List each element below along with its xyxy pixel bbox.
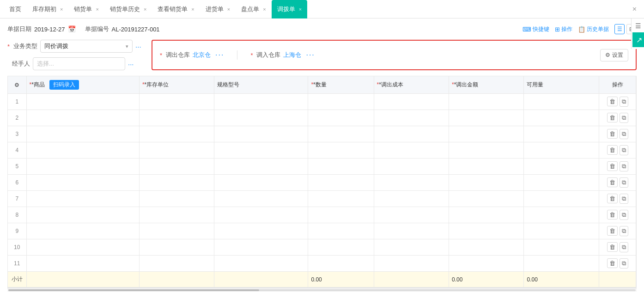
tab-sales[interactable]: 销货单 × (68, 0, 104, 18)
copy-btn[interactable]: ⧉ (620, 226, 628, 236)
in-warehouse-field: * 调入仓库 上海仓 ··· (250, 51, 315, 59)
biz-type-label: 业务类型 (13, 42, 37, 50)
copy-btn[interactable]: ⧉ (620, 210, 628, 220)
scan-btn[interactable]: 扫码录入 (49, 80, 79, 90)
delete-btn[interactable]: 🗑 (607, 210, 618, 220)
col-qty: **数量 (308, 76, 374, 94)
tab-purchase[interactable]: 进货单 × (200, 0, 236, 18)
table-row: 9🗑⧉ (8, 223, 636, 239)
delete-btn[interactable]: 🗑 (607, 226, 618, 236)
table-row: 11🗑⧉ (8, 256, 636, 272)
sidebar-list-btn[interactable]: ☰ (632, 20, 644, 31)
col-avail: 可用量 (524, 76, 599, 94)
biz-type-arrow: ▾ (126, 43, 128, 49)
warehouse-section: * 调出仓库 北京仓 ··· * 调入仓库 上海仓 ··· ⚙ 设置 (152, 40, 637, 70)
biz-type-more-btn[interactable]: ··· (135, 43, 141, 50)
shortcut-btn[interactable]: ⌨ 快捷键 (522, 25, 549, 33)
table-row: 10🗑⧉ (8, 239, 636, 256)
main-table: ⚙ **商品 扫码录入 **库存单位 规格型号 **数量 (8, 76, 636, 287)
right-sidebar: ☰ ↗ (631, 18, 644, 49)
tab-close-sales[interactable]: × (96, 6, 98, 12)
doc-field: 单据编号 AL-20191227-001 (85, 25, 160, 33)
tab-inventory[interactable]: 盘点单 × (236, 0, 271, 18)
table-header-row: ⚙ **商品 扫码录入 **库存单位 规格型号 **数量 (8, 76, 636, 94)
table-row: 2🗑⧉ (8, 110, 636, 126)
tab-sales-history[interactable]: 销货单历史 × (104, 0, 152, 18)
subtotal-row: 小计 0.00 0.00 0.00 (8, 272, 636, 287)
delete-btn[interactable]: 🗑 (607, 177, 618, 187)
out-warehouse-star: * (160, 52, 162, 59)
tab-close-purchase[interactable]: × (227, 6, 230, 12)
list-view-icon[interactable]: ☰ (614, 24, 625, 34)
tab-inventory-init[interactable]: 库存期初 × (27, 0, 68, 18)
tab-view-sales[interactable]: 查看销货单 × (152, 0, 200, 18)
shortcut-icon: ⌨ (522, 26, 531, 33)
delete-btn[interactable]: 🗑 (607, 242, 618, 252)
date-label: 单据日期 (7, 25, 31, 33)
copy-btn[interactable]: ⧉ (620, 113, 628, 123)
row-num: 11 (8, 256, 26, 272)
history-btn[interactable]: 📋 历史单据 (578, 25, 609, 33)
col-ops: 操作 (599, 76, 636, 94)
col-settings[interactable]: ⚙ (8, 76, 26, 94)
delete-btn[interactable]: 🗑 (607, 113, 618, 122)
form-left: * 业务类型 同价调拨 ▾ ··· 经手人 选择... ··· (7, 40, 146, 70)
row-num: 7 (8, 191, 26, 207)
out-warehouse-label: 调出仓库 (166, 51, 190, 59)
subtotal-label: 小计 (8, 272, 26, 287)
tab-transfer[interactable]: 调拨单 × (272, 0, 307, 18)
copy-btn[interactable]: ⧉ (620, 242, 628, 252)
calendar-icon[interactable]: 📅 (68, 25, 76, 33)
col-goods: **商品 扫码录入 (26, 76, 139, 94)
delete-btn[interactable]: 🗑 (607, 129, 618, 139)
copy-btn[interactable]: ⧉ (620, 194, 628, 204)
settings-button[interactable]: ⚙ 设置 (600, 49, 628, 61)
subtotal-qty: 0.00 (308, 272, 374, 287)
table-wrapper: ⚙ **商品 扫码录入 **库存单位 规格型号 **数量 (7, 76, 637, 288)
handler-more-btn[interactable]: ··· (128, 60, 134, 68)
delete-btn[interactable]: 🗑 (607, 194, 618, 203)
tab-close-transfer[interactable]: × (299, 6, 302, 12)
scrollbar-track (8, 289, 636, 291)
copy-btn[interactable]: ⧉ (620, 177, 628, 188)
tab-close-view-sales[interactable]: × (191, 6, 194, 12)
copy-btn[interactable]: ⧉ (620, 97, 628, 107)
tab-close-inventory[interactable]: × (263, 6, 266, 12)
handler-select[interactable]: 选择... (33, 57, 125, 70)
col-amount: **调出金额 (449, 76, 524, 94)
scrollbar-thumb[interactable] (8, 289, 259, 291)
sidebar-export-btn[interactable]: ↗ (632, 32, 644, 47)
tab-close-sales-history[interactable]: × (144, 6, 146, 12)
window-close-button[interactable]: × (629, 5, 640, 13)
biz-type-value: 同价调拨 (44, 42, 123, 50)
date-field: 单据日期 2019-12-27 📅 (7, 25, 76, 33)
delete-btn[interactable]: 🗑 (607, 161, 618, 171)
biz-type-select[interactable]: 同价调拨 ▾ (40, 40, 133, 53)
delete-btn[interactable]: 🗑 (607, 258, 618, 268)
tab-home[interactable]: 首页 (4, 0, 27, 18)
form-section: * 业务类型 同价调拨 ▾ ··· 经手人 选择... ··· * 调出仓库 (7, 40, 637, 70)
ops-btn[interactable]: ⊞ 操作 (555, 25, 572, 33)
copy-btn[interactable]: ⧉ (620, 129, 628, 139)
table-row: 7🗑⧉ (8, 191, 636, 207)
row-num: 6 (8, 175, 26, 191)
out-warehouse-value[interactable]: 北京仓 (193, 51, 211, 59)
out-warehouse-more-btn[interactable]: ··· (215, 51, 224, 59)
biz-type-field: * 业务类型 同价调拨 ▾ ··· (7, 40, 146, 53)
in-warehouse-more-btn[interactable]: ··· (306, 51, 315, 59)
row-num: 3 (8, 126, 26, 142)
date-value: 2019-12-27 (34, 26, 65, 33)
copy-btn[interactable]: ⧉ (620, 258, 628, 269)
row-num: 8 (8, 207, 26, 223)
delete-btn[interactable]: 🗑 (607, 97, 618, 106)
copy-btn[interactable]: ⧉ (620, 161, 628, 171)
settings-gear-icon: ⚙ (605, 52, 610, 58)
row-num: 10 (8, 239, 26, 256)
header-actions: ⌨ 快捷键 ⊞ 操作 📋 历史单据 ☰ ⊟ (522, 24, 637, 34)
horizontal-scrollbar[interactable] (7, 288, 637, 292)
in-warehouse-value[interactable]: 上海仓 (283, 51, 301, 59)
delete-btn[interactable]: 🗑 (607, 145, 618, 155)
copy-btn[interactable]: ⧉ (620, 145, 628, 155)
col-spec: 规格型号 (214, 76, 308, 94)
tab-close-inventory-init[interactable]: × (60, 6, 63, 12)
